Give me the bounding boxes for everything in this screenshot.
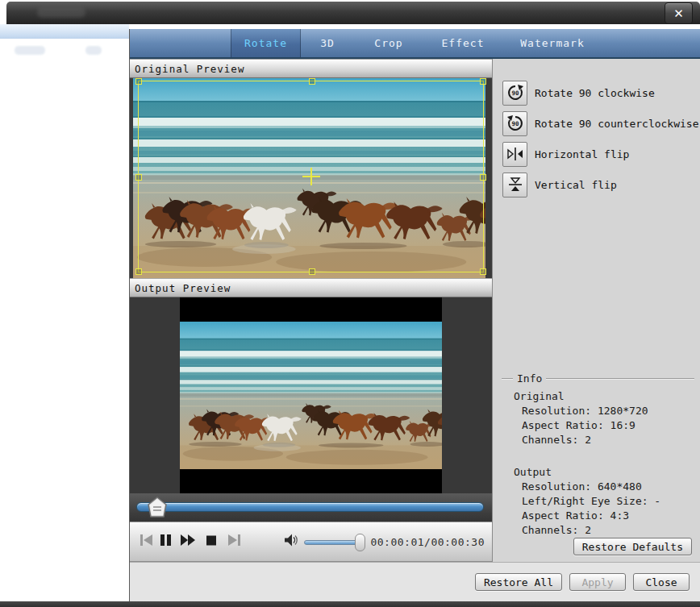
info-output-heading: Output (493, 465, 700, 480)
svg-text:90: 90 (511, 120, 519, 127)
output-preview-header: Output Preview (130, 278, 492, 297)
crop-handle-se[interactable] (480, 268, 486, 275)
skip-forward-icon[interactable] (227, 534, 241, 550)
crop-handle-e[interactable] (480, 174, 486, 181)
apply-button[interactable]: Apply (569, 573, 626, 591)
background-window-content (15, 46, 45, 55)
output-preview-area (130, 297, 492, 493)
info-section: Info Original Resolution: 1280*720 Aspec… (493, 372, 700, 538)
horizontal-flip-label: Horizontal flip (535, 148, 629, 160)
playback-time: 00:00:01/00:00:30 (370, 536, 485, 548)
crop-center-crosshair (310, 168, 312, 185)
crop-handle-ne[interactable] (480, 78, 486, 85)
vertical-flip-icon[interactable] (502, 173, 527, 197)
dialog-footer: Restore All Apply Close (130, 562, 700, 601)
info-output-channels: Channels: 2 (493, 523, 700, 538)
edit-dialog: Rotate 3D Crop Effect Watermark Original… (129, 29, 700, 601)
vertical-flip-label: Vertical flip (535, 179, 617, 191)
info-output-eye-size: Left/Right Eye Size: - (493, 494, 700, 509)
seek-bar-area (130, 493, 492, 522)
original-preview-header: Original Preview (130, 59, 492, 78)
horizontal-flip-icon[interactable] (502, 142, 527, 167)
seek-track[interactable] (136, 502, 484, 512)
rotate-ccw-label: Rotate 90 counterclockwise (535, 118, 699, 130)
restore-defaults-button[interactable]: Restore Defaults (573, 538, 692, 555)
screen: ✕ Rotate 3D Crop Effect Watermark Origin… (0, 0, 700, 607)
window-bottom-edge (0, 601, 700, 607)
output-preview-title: Output Preview (135, 282, 231, 294)
player-controls: 00:00:01/00:00:30 (130, 522, 492, 562)
output-preview-video (180, 322, 442, 469)
rotate-cw-label: Rotate 90 clockwise (535, 87, 655, 99)
original-preview-area (130, 78, 492, 278)
crop-selection-box[interactable] (138, 81, 484, 272)
svg-text:90: 90 (511, 89, 519, 97)
stop-icon[interactable] (206, 534, 217, 550)
speaker-icon[interactable] (284, 534, 299, 551)
info-legend-label: Info (517, 372, 542, 385)
crop-handle-nw[interactable] (135, 78, 142, 85)
original-preview-title: Original Preview (135, 63, 244, 75)
seek-handle[interactable] (147, 497, 168, 522)
window-title-area (37, 7, 85, 18)
close-icon[interactable]: ✕ (665, 2, 693, 24)
background-window-toolbar (0, 24, 129, 39)
info-legend: Info (502, 372, 694, 385)
tab-crop[interactable]: Crop (354, 29, 423, 57)
tab-watermark[interactable]: Watermark (502, 29, 602, 57)
rotate-ccw-row: 90 Rotate 90 counterclockwise (493, 108, 700, 139)
info-original-heading: Original (493, 389, 700, 404)
rotate-clockwise-icon[interactable]: 90 (502, 81, 527, 106)
crop-handle-sw[interactable] (135, 268, 142, 275)
crop-handle-s[interactable] (309, 268, 315, 275)
tab-bar: Rotate 3D Crop Effect Watermark (130, 29, 700, 59)
fast-forward-icon[interactable] (180, 534, 196, 550)
info-original-resolution: Resolution: 1280*720 (493, 404, 700, 418)
tab-3d[interactable]: 3D (301, 29, 354, 57)
vertical-flip-row: Vertical flip (493, 169, 700, 200)
volume-slider-handle[interactable] (355, 534, 365, 551)
info-output-resolution: Resolution: 640*480 (493, 480, 700, 494)
info-output-aspect: Aspect Ratio: 4:3 (493, 509, 700, 523)
pause-icon[interactable] (160, 534, 172, 550)
tab-effect[interactable]: Effect (423, 29, 502, 57)
horizontal-flip-row: Horizontal flip (493, 139, 700, 169)
restore-all-button[interactable]: Restore All (475, 573, 562, 591)
crop-handle-w[interactable] (135, 174, 142, 181)
rotate-counterclockwise-icon[interactable]: 90 (502, 111, 527, 136)
window-titlebar: ✕ (6, 2, 700, 24)
skip-back-icon[interactable] (140, 534, 153, 550)
preview-column: Original Preview (130, 59, 492, 562)
info-original-channels: Channels: 2 (493, 433, 700, 447)
info-original-aspect: Aspect Ratio: 16:9 (493, 418, 700, 433)
tab-rotate[interactable]: Rotate (231, 29, 301, 57)
close-button[interactable]: Close (633, 573, 690, 591)
background-window-content (85, 46, 102, 55)
rotate-cw-row: 90 Rotate 90 clockwise (493, 77, 700, 108)
options-panel: 90 Rotate 90 clockwise 90 Rotate 90 coun… (492, 59, 700, 562)
background-window (0, 24, 129, 601)
output-video-frame (180, 297, 442, 493)
crop-handle-n[interactable] (309, 78, 315, 85)
